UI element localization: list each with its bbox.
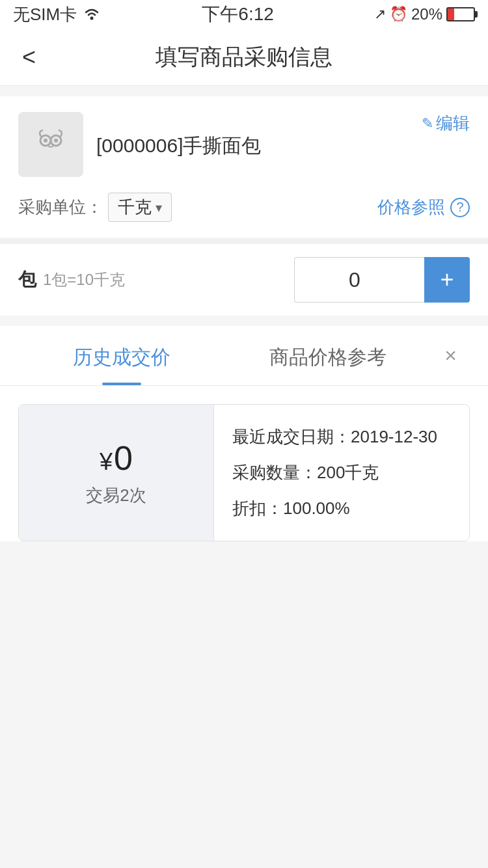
discount-label: 折扣： [232,498,283,518]
carrier-text: 无SIM卡 [13,3,77,26]
quantity-controls: + [294,257,470,303]
unit-label-text: 采购单位： [18,196,103,219]
product-logo [31,122,70,167]
svg-point-0 [90,16,94,20]
page-title: 填写商品采购信息 [156,42,332,72]
main-content [0,560,488,868]
dropdown-arrow-icon: ▾ [156,200,162,215]
edit-button[interactable]: ✎ 编辑 [422,112,470,135]
product-name: [0000006]手撕面包 [96,133,261,159]
discount-row: 折扣：100.00% [232,496,451,521]
price-card-left: ¥0 交易2次 [19,405,214,541]
qty-unit-name: 包 [18,267,36,292]
product-unit-row: 采购单位： 千克 ▾ 价格参照 ? [18,193,470,222]
tab-history-price[interactable]: 历史成交价 [18,326,225,385]
battery-percent: 20% [411,5,442,23]
purchase-qty-row: 采购数量：200千克 [232,460,451,485]
tab-price-ref[interactable]: 商品价格参考 [225,326,432,385]
unit-dropdown[interactable]: 千克 ▾ [108,193,172,222]
tabs-row: 历史成交价 商品价格参考 × [0,326,488,386]
back-button[interactable]: < [16,37,42,77]
status-left: 无SIM卡 [13,3,102,26]
tab-close-button[interactable]: × [431,331,470,381]
purchase-qty-label: 采购数量： [232,463,317,482]
help-icon: ? [450,198,470,217]
edit-icon: ✎ [422,115,433,132]
product-card: [0000006]手撕面包 ✎ 编辑 采购单位： 千克 ▾ 价格参照 ? [0,96,488,237]
price-card-right: 最近成交日期：2019-12-30 采购数量：200千克 折扣：100.00% [214,405,469,541]
svg-point-4 [54,139,58,142]
price-subtitle: 交易2次 [86,484,146,507]
price-ref-label: 价格参照 [377,196,445,219]
quantity-plus-button[interactable]: + [424,257,470,303]
nav-bar: < 填写商品采购信息 [0,29,488,86]
alarm-icon: ⏰ [390,6,407,23]
product-header: [0000006]手撕面包 ✎ 编辑 [18,112,470,177]
wifi-icon [82,5,102,25]
purchase-qty-value: 200千克 [317,463,379,482]
tab-price-ref-label: 商品价格参考 [269,346,386,368]
status-time: 下午6:12 [202,2,274,27]
price-amount: ¥0 [100,439,133,478]
edit-label: 编辑 [436,112,470,135]
quantity-input[interactable] [294,257,424,303]
price-card: ¥0 交易2次 最近成交日期：2019-12-30 采购数量：200千克 折扣：… [18,404,470,541]
price-value: 0 [114,439,133,477]
status-bar: 无SIM卡 下午6:12 ↗ ⏰ 20% [0,0,488,29]
product-left: [0000006]手撕面包 [18,112,261,177]
bottom-panel: 历史成交价 商品价格参考 × ¥0 交易2次 最近成交日期：2019-12-30… [0,326,488,541]
product-thumbnail [18,112,83,177]
unit-value: 千克 [118,196,152,219]
battery-icon [446,7,475,21]
unit-label: 采购单位： 千克 ▾ [18,193,172,222]
price-currency: ¥ [100,448,113,475]
quantity-section: 包 1包=10千克 + [0,239,488,316]
discount-value: 100.00% [283,498,350,518]
svg-point-3 [44,139,47,142]
recent-date-row: 最近成交日期：2019-12-30 [232,424,451,450]
tab-history-label: 历史成交价 [73,346,170,368]
recent-date-label: 最近成交日期： [232,427,351,446]
quantity-label: 包 1包=10千克 [18,267,125,292]
qty-conversion: 1包=10千克 [43,269,125,290]
location-icon: ↗ [374,6,386,23]
price-ref-link[interactable]: 价格参照 ? [377,196,470,219]
recent-date-value: 2019-12-30 [351,427,437,446]
status-right: ↗ ⏰ 20% [374,5,475,23]
